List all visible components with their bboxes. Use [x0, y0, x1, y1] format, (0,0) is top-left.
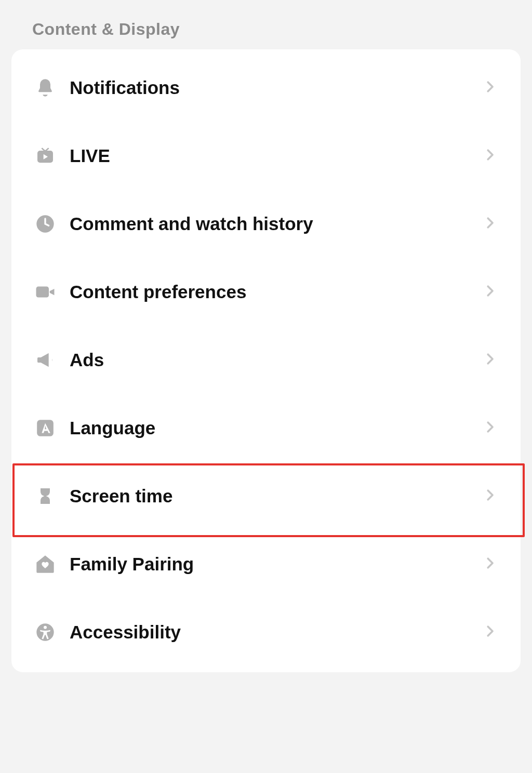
- row-content-preferences[interactable]: Content preferences: [11, 258, 521, 326]
- row-notifications[interactable]: Notifications: [11, 54, 521, 122]
- chevron-right-icon: [482, 555, 498, 573]
- row-screen-time[interactable]: Screen time: [11, 462, 521, 530]
- row-language[interactable]: Language: [11, 394, 521, 462]
- megaphone-icon: [34, 349, 56, 371]
- row-ads[interactable]: Ads: [11, 326, 521, 394]
- accessibility-icon: [34, 621, 56, 643]
- row-label: Screen time: [70, 486, 482, 507]
- tv-play-icon: [34, 145, 56, 167]
- chevron-right-icon: [482, 487, 498, 505]
- chevron-right-icon: [482, 283, 498, 301]
- section-header: Content & Display: [0, 0, 532, 49]
- svg-rect-1: [36, 286, 49, 297]
- row-history[interactable]: Comment and watch history: [11, 190, 521, 258]
- row-label: Accessibility: [70, 622, 482, 643]
- chevron-right-icon: [482, 351, 498, 369]
- row-label: Notifications: [70, 77, 482, 98]
- home-heart-icon: [34, 553, 56, 575]
- svg-rect-2: [37, 420, 54, 436]
- row-label: Family Pairing: [70, 554, 482, 575]
- chevron-right-icon: [482, 79, 498, 97]
- row-label: LIVE: [70, 145, 482, 166]
- chevron-right-icon: [482, 419, 498, 437]
- row-live[interactable]: LIVE: [11, 122, 521, 190]
- row-label: Comment and watch history: [70, 214, 482, 234]
- video-camera-icon: [34, 281, 56, 303]
- row-family-pairing[interactable]: Family Pairing: [11, 530, 521, 598]
- row-label: Language: [70, 418, 482, 438]
- row-accessibility[interactable]: Accessibility: [11, 598, 521, 666]
- chevron-right-icon: [482, 215, 498, 233]
- hourglass-icon: [34, 485, 56, 507]
- chevron-right-icon: [482, 623, 498, 641]
- settings-card: Notifications LIVE Comment and watch his…: [11, 49, 521, 672]
- row-label: Ads: [70, 350, 482, 370]
- chevron-right-icon: [482, 147, 498, 165]
- clock-icon: [34, 213, 56, 235]
- svg-point-4: [44, 625, 47, 629]
- language-a-icon: [34, 417, 56, 439]
- row-label: Content preferences: [70, 282, 482, 302]
- bell-icon: [34, 77, 56, 99]
